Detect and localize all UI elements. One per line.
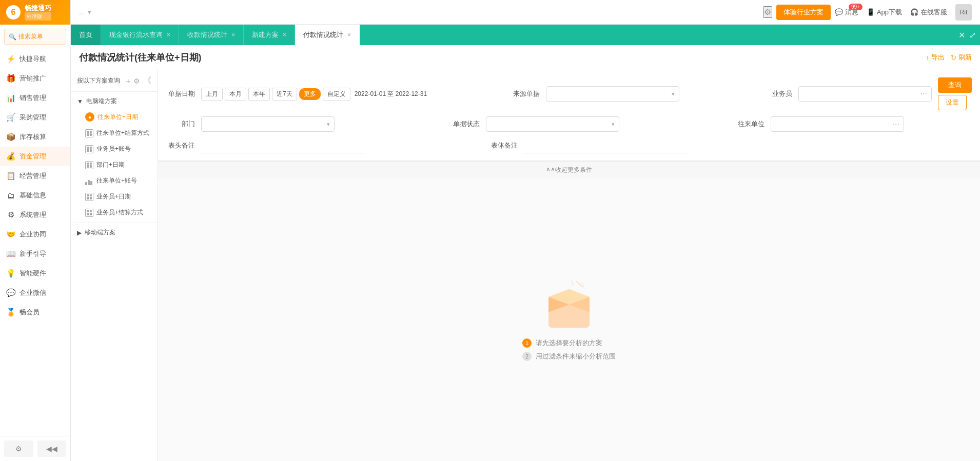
dept-select[interactable]: ▾ [201,116,335,132]
topbar-breadcrumb: ... ▾ [79,8,759,16]
tab-receipts[interactable]: 收款情况统计 × [179,25,244,45]
sidebar-item-enterprise-wechat[interactable]: 💬 企业微信 [0,283,70,303]
sidebar: 6 畅捷通巧 标准版 🔍 搜索菜单 ⚡ 快捷导航 🎁 营销推广 📊 销售管理 🛒… [0,0,71,461]
sidebar-item-onboarding[interactable]: 📖 新手引导 [0,244,70,264]
collapse-filter-bar[interactable]: ∧∧ 收起更多条件 [158,161,980,178]
date-range-display: 2022-01-01 至 2022-12-31 [355,90,427,98]
sidebar-item-marketing[interactable]: 🎁 营销推广 [0,69,70,88]
sidebar-item-collab[interactable]: 🤝 企业协同 [0,225,70,244]
sidebar-bottom: ⚙ ◀◀ [0,436,70,461]
scheme-item-unit-payment[interactable]: 往来单位+结算方式 [71,125,158,141]
download-icon: 📱 [867,8,875,16]
sidebar-item-purchase[interactable]: 🛒 采购管理 [0,108,70,127]
curr-year-button[interactable]: 本年 [248,88,270,101]
collapse-icon: ∧∧ [546,166,555,174]
scheme-item-dept-date[interactable]: 部门+日期 [71,157,158,173]
scheme-item-unit-date[interactable]: ● 往来单位+日期 [71,109,158,125]
curr-month-button[interactable]: 本月 [225,88,246,101]
svg-line-5 [582,283,584,288]
scheme-item-staff-account[interactable]: 业务员+账号 [71,141,158,157]
refresh-icon: ↻ [951,54,956,62]
sidebar-item-smart-hw[interactable]: 💡 智能硬件 [0,264,70,283]
svg-line-6 [572,280,573,285]
partner-more-icon: ··· [893,119,899,129]
table-header-note-input[interactable] [201,138,365,153]
partner-select[interactable]: ··· [771,116,904,132]
tab-close-new-scheme[interactable]: × [283,31,286,38]
user-avatar[interactable]: Rit [955,4,972,21]
trial-button[interactable]: 体验行业方案 [776,5,831,20]
custom-date-button[interactable]: 自定义 [323,88,350,101]
sidebar-item-operations[interactable]: 📋 经营管理 [0,166,70,186]
sidebar-logo: 6 畅捷通巧 标准版 [0,0,70,25]
sidebar-item-inventory[interactable]: 📦 库存核算 [0,127,70,147]
tab-payments[interactable]: 付款情况统计 × [295,25,360,45]
sidebar-navigation: ⚡ 快捷导航 🎁 营销推广 📊 销售管理 🛒 采购管理 📦 库存核算 💰 资金管… [0,49,70,436]
sidebar-item-sales[interactable]: 📊 销售管理 [0,88,70,108]
tab-cash-flow[interactable]: 现金银行流水查询 × [101,25,179,45]
empty-step-1: 1 请先选择要分析的方案 [522,338,602,348]
bill-date-label: 单据日期 [166,89,195,98]
enterprise-wechat-icon: 💬 [6,288,15,297]
scheme-settings-icon[interactable]: ⚙ [133,77,140,85]
collapse-sidebar-button[interactable]: ◀◀ [37,440,67,457]
last-7-button[interactable]: 近7天 [272,88,297,101]
breadcrumb-dropdown-icon[interactable]: ▾ [88,8,91,16]
empty-svg [538,279,600,330]
empty-illustration [538,279,600,330]
tabbar-actions: ✕ ⤢ [954,25,980,45]
messages-action[interactable]: 💬 消息 99+ [835,8,858,17]
inventory-icon: 📦 [6,132,15,142]
tab-new-scheme[interactable]: 新建方案 × [244,25,295,45]
search-menu-section: 🔍 搜索菜单 [0,25,70,49]
membership-icon: 🏅 [6,308,15,317]
filter-actions: 查询 设置 [938,77,972,110]
close-all-tabs-button[interactable]: ✕ [958,30,965,40]
add-scheme-icon[interactable]: + [126,77,130,85]
topbar-settings-button[interactable]: ⚙ [763,6,772,18]
table-body-note-input[interactable] [524,138,688,153]
search-menu-button[interactable]: 🔍 搜索菜单 [4,29,66,45]
source-bill-chevron: ▾ [672,91,675,97]
more-date-button[interactable]: 更多 [299,88,321,100]
maximize-button[interactable]: ⤢ [969,30,976,40]
sidebar-item-finance[interactable]: 💰 资金管理 [0,147,70,166]
collapse-panel-icon[interactable]: 《 [143,75,151,86]
app-download-action[interactable]: 📱 App下载 [867,8,902,17]
query-button[interactable]: 查询 [938,77,972,93]
scheme-item-staff-date[interactable]: 业务员+日期 [71,189,158,205]
source-bill-select[interactable]: ▾ [546,86,679,102]
scheme-item-staff-payment[interactable]: 业务员+结算方式 [71,205,158,221]
tab-home[interactable]: 首页 [71,25,101,45]
desktop-scheme-section: ▼ 电脑端方案 ● 往来单位+日期 往来单位+结算方式 [71,92,158,223]
table-body-note-label: 表体备注 [489,141,518,150]
desktop-section-header[interactable]: ▼ 电脑端方案 [71,94,158,109]
source-bill-label: 来源单据 [511,89,540,98]
refresh-button[interactable]: ↻ 刷新 [951,53,972,62]
page-header-actions: ↑ 导出 ↻ 刷新 [926,53,972,62]
tab-close-payments[interactable]: × [347,31,351,38]
sidebar-item-membership[interactable]: 🏅 畅会员 [0,303,70,322]
main-area: ... ▾ ⚙ 体验行业方案 💬 消息 99+ 📱 App下载 🎧 在线客服 R… [71,0,980,461]
bill-status-label: 单据状态 [451,119,480,129]
bill-status-select[interactable]: ▾ [486,116,619,132]
export-button[interactable]: ↑ 导出 [926,53,945,62]
tab-close-receipts[interactable]: × [231,31,235,38]
sidebar-item-quick-nav[interactable]: ⚡ 快捷导航 [0,49,70,69]
settings-bottom-button[interactable]: ⚙ [4,440,33,457]
mobile-section-header[interactable]: ▶ 移动端方案 [71,225,158,240]
staff-select[interactable]: ··· [798,86,932,102]
dept-label: 部门 [166,119,195,129]
tab-close-cash-flow[interactable]: × [167,31,170,38]
topbar: ... ▾ ⚙ 体验行业方案 💬 消息 99+ 📱 App下载 🎧 在线客服 R… [71,0,980,25]
bill-status-chevron: ▾ [612,121,615,128]
scheme-panel-header: 按以下方案查询 + ⚙ 《 [71,70,158,92]
filter-settings-button[interactable]: 设置 [938,95,967,110]
online-service-action[interactable]: 🎧 在线客服 [910,8,947,17]
table-header-note-label: 表头备注 [166,141,195,150]
sidebar-item-basic-info[interactable]: 🗂 基础信息 [0,186,70,205]
sidebar-item-sys-mgmt[interactable]: ⚙ 系统管理 [0,205,70,225]
scheme-table-icon-5 [85,209,93,217]
prev-month-button[interactable]: 上月 [201,88,223,101]
scheme-item-unit-account[interactable]: 往来单位+账号 [71,173,158,189]
